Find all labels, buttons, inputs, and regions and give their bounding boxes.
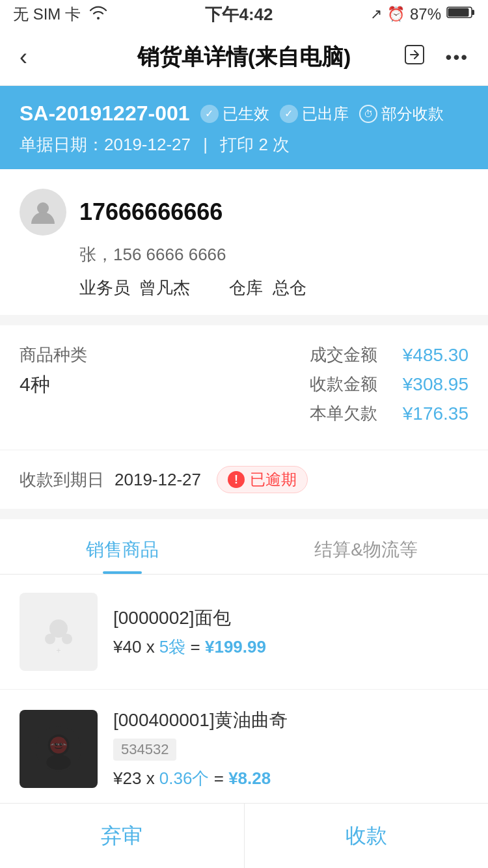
product-sku-2: 534532 bbox=[113, 739, 176, 761]
product-item: + [0000002]面包 ¥40 x 5袋 = ¥199.99 bbox=[0, 575, 488, 690]
received-line: 收款金额 ¥308.95 bbox=[310, 373, 468, 396]
sales-meta: 业务员 曾凡杰 bbox=[79, 277, 190, 299]
product-name-2: [000400001]黄油曲奇 bbox=[113, 708, 468, 733]
amount-line: 成交金额 ¥485.30 bbox=[310, 344, 468, 366]
received-label: 收款金额 bbox=[310, 373, 377, 396]
tab-products[interactable]: 销售商品 bbox=[0, 519, 244, 574]
product-info-1: [0000002]面包 ¥40 x 5袋 = ¥199.99 bbox=[113, 606, 468, 658]
header-date: 单据日期：2019-12-27 | 打印 2 次 bbox=[20, 133, 468, 156]
customer-row: 17666666666 bbox=[20, 189, 468, 236]
summary-row: 商品种类 4种 成交金额 ¥485.30 收款金额 ¥308.95 本单欠款 ¥… bbox=[20, 344, 468, 431]
warehouse-meta: 仓库 总仓 bbox=[229, 277, 306, 299]
overdue-badge: ! 已逾期 bbox=[217, 466, 308, 493]
customer-section: 17666666666 张，156 6666 6666 业务员 曾凡杰 仓库 总… bbox=[0, 169, 488, 315]
status-effective-label: 已生效 bbox=[223, 103, 269, 124]
due-section: 收款到期日 2019-12-27 ! 已逾期 bbox=[0, 450, 488, 509]
summary-right: 成交金额 ¥485.30 收款金额 ¥308.95 本单欠款 ¥176.35 bbox=[310, 344, 468, 431]
svg-point-16 bbox=[56, 744, 57, 745]
status-time: 下午4:42 bbox=[205, 3, 273, 26]
svg-point-6 bbox=[45, 634, 55, 644]
debt-label: 本单欠款 bbox=[310, 402, 377, 425]
debt-line: 本单欠款 ¥176.35 bbox=[310, 402, 468, 425]
tabs-bar: 销售商品 结算&物流等 bbox=[0, 519, 488, 575]
share-icon[interactable] bbox=[403, 43, 426, 71]
status-shipped: ✓ 已出库 bbox=[280, 103, 349, 124]
status-effective: ✓ 已生效 bbox=[200, 103, 269, 124]
received-value: ¥308.95 bbox=[390, 374, 468, 395]
carrier-label: 无 SIM 卡 bbox=[13, 4, 81, 25]
avatar bbox=[20, 189, 66, 236]
due-label: 收款到期日 bbox=[20, 468, 104, 491]
nav-right-icons: ••• bbox=[403, 43, 468, 71]
svg-point-11 bbox=[46, 755, 70, 770]
battery-label: 87% bbox=[410, 5, 441, 23]
wifi-icon bbox=[88, 5, 108, 23]
battery-icon bbox=[446, 5, 475, 23]
customer-contact: 张，156 6666 6666 bbox=[79, 243, 468, 266]
header-band: SA-20191227-001 ✓ 已生效 ✓ 已出库 ⏱ 部分收款 单据日期：… bbox=[0, 86, 488, 169]
status-right: ↗ ⏰ 87% bbox=[370, 5, 475, 23]
svg-point-7 bbox=[62, 634, 72, 644]
svg-rect-1 bbox=[472, 10, 474, 15]
check-shipped-icon: ✓ bbox=[280, 105, 298, 123]
product-item: [000400001]黄油曲奇 534532 ¥23 x 0.36个 = ¥8.… bbox=[0, 690, 488, 809]
product-price-2: ¥23 x 0.36个 = ¥8.28 bbox=[113, 767, 468, 790]
customer-meta: 业务员 曾凡杰 仓库 总仓 bbox=[79, 277, 468, 299]
debt-value: ¥176.35 bbox=[390, 403, 468, 424]
due-date: 2019-12-27 bbox=[115, 470, 201, 490]
svg-text:+: + bbox=[56, 646, 61, 655]
status-partial: ⏱ 部分收款 bbox=[359, 103, 444, 124]
svg-rect-2 bbox=[448, 8, 468, 17]
product-name-1: [0000002]面包 bbox=[113, 606, 468, 631]
alarm-icon: ⏰ bbox=[387, 6, 405, 23]
nav-bar: ‹ 销货单详情(来自电脑) ••• bbox=[0, 29, 488, 86]
tab-settlement[interactable]: 结算&物流等 bbox=[244, 519, 488, 574]
overdue-text: 已逾期 bbox=[250, 469, 297, 490]
order-id: SA-20191227-001 bbox=[20, 102, 190, 126]
product-price-1: ¥40 x 5袋 = ¥199.99 bbox=[113, 636, 468, 658]
summary-left: 商品种类 4种 bbox=[20, 344, 87, 398]
page-title: 销货单详情(来自电脑) bbox=[137, 42, 351, 72]
type-label: 商品种类 bbox=[20, 344, 87, 366]
check-effective-icon: ✓ bbox=[200, 105, 219, 123]
status-shipped-label: 已出库 bbox=[302, 103, 349, 124]
product-thumb-1: + bbox=[20, 593, 98, 671]
status-bar: 无 SIM 卡 下午4:42 ↗ ⏰ 87% bbox=[0, 0, 488, 29]
cancel-review-button[interactable]: 弃审 bbox=[0, 804, 245, 868]
overdue-icon: ! bbox=[228, 471, 245, 488]
divider-2 bbox=[0, 509, 488, 519]
summary-section: 商品种类 4种 成交金额 ¥485.30 收款金额 ¥308.95 本单欠款 ¥… bbox=[0, 325, 488, 450]
amount-value: ¥485.30 bbox=[390, 345, 468, 366]
header-order-row: SA-20191227-001 ✓ 已生效 ✓ 已出库 ⏱ 部分收款 bbox=[20, 102, 468, 126]
product-thumb-2 bbox=[20, 710, 98, 788]
back-button[interactable]: ‹ bbox=[20, 44, 59, 71]
status-left: 无 SIM 卡 bbox=[13, 4, 108, 25]
product-list: + [0000002]面包 ¥40 x 5袋 = ¥199.99 bbox=[0, 575, 488, 809]
svg-point-17 bbox=[61, 744, 62, 745]
location-icon: ↗ bbox=[370, 6, 382, 23]
collect-button[interactable]: 收款 bbox=[245, 804, 489, 868]
product-info-2: [000400001]黄油曲奇 534532 ¥23 x 0.36个 = ¥8.… bbox=[113, 708, 468, 790]
amount-label: 成交金额 bbox=[310, 344, 377, 366]
customer-phone: 17666666666 bbox=[79, 198, 223, 226]
status-partial-label: 部分收款 bbox=[381, 103, 444, 124]
type-value: 4种 bbox=[20, 372, 87, 398]
divider-1 bbox=[0, 315, 488, 325]
more-icon[interactable]: ••• bbox=[446, 47, 468, 68]
bottom-bar: 弃审 收款 bbox=[0, 803, 488, 868]
clock-icon: ⏱ bbox=[359, 105, 377, 123]
